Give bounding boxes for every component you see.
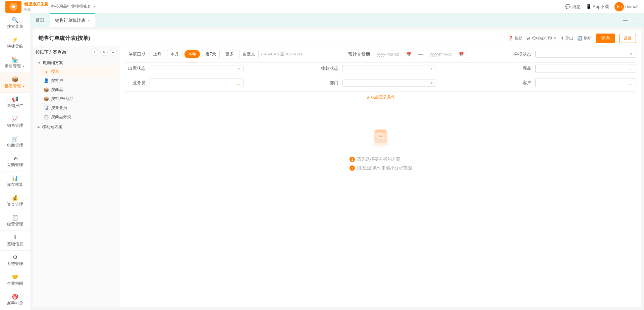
goods-select[interactable]: …	[535, 64, 636, 73]
sidebar-item-guide[interactable]: 🎯 新手引导	[0, 290, 30, 310]
right-panel: 单据日期 上月 本月 本年 近7天 更多 自定义 2023-01-01 至 20…	[120, 46, 641, 307]
purchase-icon: 🛍	[1, 155, 29, 161]
department-select[interactable]: ▼	[342, 80, 436, 87]
filter-divider-1	[125, 62, 636, 63]
collection-status-select[interactable]: ▼	[342, 65, 436, 72]
date-label: 单据日期	[125, 51, 146, 57]
sidebar-item-sales[interactable]: 📈 销售管理	[0, 112, 30, 132]
tab-home[interactable]: 首页	[30, 13, 50, 27]
tab-maximize-btn[interactable]: ⛶	[632, 16, 640, 24]
filter-divider-2	[125, 77, 636, 77]
tab-close-icon[interactable]: ×	[88, 18, 90, 22]
sidebar-item-inventory[interactable]: 📊 库存核算	[0, 171, 30, 191]
department-label: 部门	[318, 80, 338, 86]
sidebar-item-retail[interactable]: 🏪 零售管理 ▼	[0, 53, 30, 73]
collapse-bar[interactable]: ∧ 收起更多条件	[125, 91, 636, 103]
user-menu[interactable]: Ea demo2	[614, 2, 639, 11]
collapse-panel-btn[interactable]: «	[110, 49, 117, 56]
goods-label: 商品	[511, 65, 531, 71]
breadcrumb-arrow-icon[interactable]: ▼	[93, 5, 96, 8]
export-btn[interactable]: ⬇ 导出	[560, 36, 573, 41]
calendar-from-icon[interactable]: 📅	[406, 52, 411, 57]
quicknav-icon: ⚡	[1, 37, 29, 43]
empty-state: 1 请先选择要分析的方案 2 用[过滤]条件来缩小分析范围	[125, 103, 636, 193]
sidebar-item-basic[interactable]: ℹ 基础信息	[0, 231, 30, 251]
settings-btn[interactable]: 设置	[619, 34, 636, 43]
filter-row-2: 出库状态 ▼ 收款状态 ▼ 商品	[125, 64, 636, 73]
date-btn-last-month[interactable]: 上月	[150, 50, 165, 58]
salesperson-ellipsis[interactable]: …	[236, 80, 240, 86]
query-btn[interactable]: 查询	[596, 34, 615, 43]
tab-sales-order[interactable]: 销售订单统计表 ×	[50, 13, 95, 27]
pc-group-arrow-icon: ▼	[38, 61, 41, 65]
svg-point-6	[381, 135, 383, 137]
delivery-to-placeholder: yyyy-mm-dd	[430, 52, 451, 57]
date-btn-7days[interactable]: 近7天	[202, 50, 220, 58]
collection-status-dropdown-icon: ▼	[430, 67, 433, 70]
scheme-item-by-order[interactable]: ● 按单	[36, 67, 117, 76]
sidebar-item-collab[interactable]: 🤝 企业协同	[0, 270, 30, 290]
date-btn-more[interactable]: 更多	[222, 50, 237, 58]
scheme-item-by-customer[interactable]: 👤 按客户	[36, 76, 117, 85]
bill-status-select[interactable]: ▼	[535, 51, 636, 58]
avatar: Ea	[614, 2, 624, 11]
expected-delivery-from[interactable]: yyyy-mm-dd 📅	[374, 51, 414, 58]
scheme-item-by-category[interactable]: 📋 按商品分类	[36, 112, 117, 121]
sidebar-item-system[interactable]: ⚙ 系统管理	[0, 251, 30, 270]
marketing-icon: 📢	[1, 96, 29, 102]
refresh-btn[interactable]: 🔄 刷新	[577, 36, 592, 41]
left-panel-icons: + ✎ «	[91, 49, 117, 56]
date-btn-this-year[interactable]: 本年	[184, 50, 200, 58]
app-info: 畅捷通好生意 标版	[24, 1, 48, 12]
scheme-group-pc: ▼ 电脑端方案 ● 按单 👤 按客户 📦 按	[36, 59, 117, 121]
collapse-chevron-icon: ∧	[367, 95, 370, 100]
page-title: 销售订单统计表(按单)	[38, 35, 90, 42]
empty-hint-1: 1 请先选择要分析的方案	[350, 156, 412, 162]
sidebar-item-wholesale[interactable]: 📦 批发管理 ▲	[0, 73, 30, 93]
message-btn[interactable]: 💬 消息	[565, 4, 581, 10]
delivery-status-label: 出库状态	[125, 65, 146, 71]
management-icon: 📋	[1, 214, 29, 221]
main-layout: 🔍 搜索菜单 ⚡ 快捷导航 🏪 零售管理 ▼ 📦 批发管理 ▲ 📢 营销推广 📈…	[0, 13, 644, 310]
scheme-item-by-customer-goods[interactable]: 📦 按客户+商品	[36, 94, 117, 103]
sidebar-item-marketing[interactable]: 📢 营销推广	[0, 93, 30, 112]
sidebar-item-purchase[interactable]: 🛍 采购管理	[0, 152, 30, 171]
customer-select[interactable]: …	[535, 79, 636, 87]
app-download-btn[interactable]: 📱 App下载	[586, 4, 609, 10]
print-btn[interactable]: 🖨 按模板打印 ▼	[527, 36, 556, 41]
delivery-status-select[interactable]: ▼	[150, 65, 244, 72]
page-header: 销售订单统计表(按单) ❓ 帮助 🖨 按模板打印 ▼ ⬇ 导出	[33, 30, 641, 46]
edit-scheme-btn[interactable]: ✎	[100, 49, 108, 56]
finance-icon: 💰	[1, 195, 29, 201]
mobile-group-arrow-icon: ▶	[38, 125, 40, 129]
sidebar-item-management[interactable]: 📋 经营管理	[0, 211, 30, 231]
tab-minimize-btn[interactable]: —	[621, 16, 629, 24]
goods-ellipsis[interactable]: …	[628, 66, 633, 71]
help-btn[interactable]: ❓ 帮助	[508, 36, 523, 41]
tab-bar: 首页 销售订单统计表 × — ⛶	[30, 13, 644, 27]
customer-ellipsis[interactable]: …	[628, 80, 633, 86]
empty-illustration	[367, 123, 394, 150]
empty-hint-2: 2 用[过滤]条件来缩小分析范围	[350, 165, 412, 171]
basic-icon: ℹ	[1, 234, 29, 241]
department-dropdown-icon: ▼	[430, 81, 433, 85]
left-panel-header: 按以下方案查询 + ✎ «	[36, 49, 117, 56]
export-icon: ⬇	[560, 36, 564, 41]
sidebar-item-ecommerce[interactable]: 🛒 电商管理	[0, 132, 30, 152]
sidebar-item-search[interactable]: 🔍 搜索菜单	[0, 13, 30, 33]
date-btn-custom[interactable]: 自定义	[239, 50, 259, 58]
expected-delivery-to[interactable]: yyyy-mm-dd 📅	[427, 51, 467, 58]
sidebar-item-finance[interactable]: 💰 资金管理	[0, 191, 30, 211]
scheme-item-by-salesperson[interactable]: 📊 按业务员	[36, 103, 117, 112]
scheme-item-by-goods[interactable]: 📦 按商品	[36, 85, 117, 94]
calendar-to-icon[interactable]: 📅	[459, 52, 464, 57]
salesperson-select[interactable]: …	[150, 79, 244, 87]
sales-icon: 📈	[1, 116, 29, 122]
breadcrumb: 办公用品行业模拟账套 ▼	[51, 4, 96, 9]
scheme-group-pc-title[interactable]: ▼ 电脑端方案	[36, 59, 117, 67]
add-scheme-btn[interactable]: +	[91, 49, 98, 56]
scheme-group-mobile-title[interactable]: ▶ 移动端方案	[36, 123, 117, 131]
date-btn-this-month[interactable]: 本月	[167, 50, 182, 58]
date-separator: —	[418, 52, 423, 57]
sidebar-item-quicknav[interactable]: ⚡ 快捷导航	[0, 33, 30, 53]
